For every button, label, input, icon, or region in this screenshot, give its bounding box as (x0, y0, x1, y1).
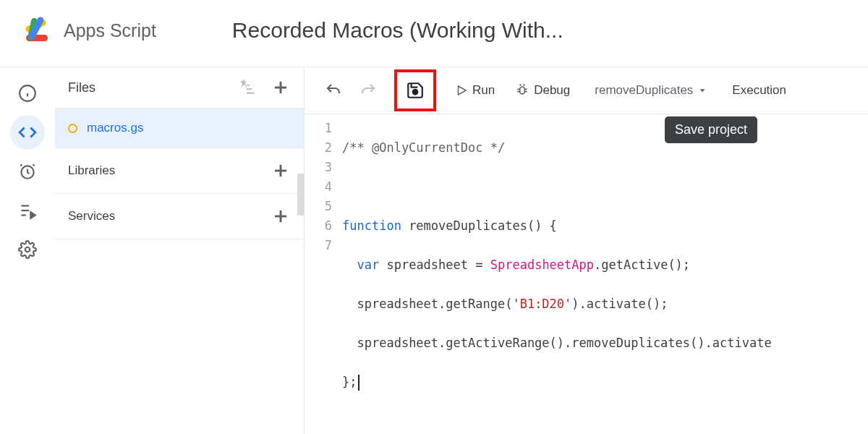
function-select-label: removeDuplicates (595, 83, 693, 98)
code-content[interactable]: /** @OnlyCurrentDoc */ function removeDu… (342, 119, 772, 431)
files-panel: Files A macros.gs Libraries Services (55, 67, 305, 434)
nav-overview[interactable] (10, 76, 45, 111)
nav-settings[interactable] (10, 232, 45, 267)
file-item-macros[interactable]: macros.gs (55, 109, 304, 148)
sort-icon[interactable]: A (239, 78, 258, 97)
function-select[interactable]: removeDuplicates (583, 83, 713, 98)
svg-line-27 (520, 85, 522, 86)
svg-point-12 (25, 247, 30, 252)
project-title[interactable]: Recorded Macros (Working With... (232, 18, 563, 43)
file-name: macros.gs (87, 121, 143, 135)
execution-log-button[interactable]: Execution (732, 83, 786, 98)
svg-rect-22 (520, 87, 525, 94)
save-tooltip: Save project (665, 116, 757, 143)
run-button[interactable]: Run (448, 83, 502, 98)
file-status-dot-icon (68, 124, 77, 133)
line-gutter: 1 2 3 4 5 6 7 (305, 119, 342, 431)
nav-executions[interactable] (10, 193, 45, 228)
libraries-section[interactable]: Libraries (55, 148, 304, 194)
svg-line-28 (524, 85, 525, 86)
svg-marker-21 (459, 86, 467, 95)
save-button[interactable] (401, 76, 430, 105)
files-panel-header: Files A (55, 67, 304, 109)
editor-toolbar: Run Debug removeDuplicates Execution (305, 67, 868, 114)
files-heading: Files (68, 80, 95, 95)
product-logo[interactable]: Apps Script (22, 14, 156, 46)
svg-marker-29 (700, 89, 705, 92)
svg-point-20 (413, 90, 418, 95)
services-section[interactable]: Services (55, 194, 304, 239)
redo-button[interactable] (354, 76, 383, 105)
text-cursor (358, 375, 359, 391)
add-file-icon[interactable] (271, 77, 291, 98)
debug-button[interactable]: Debug (508, 83, 577, 98)
run-label: Run (472, 83, 495, 98)
add-library-icon[interactable] (271, 161, 291, 181)
save-button-highlight (394, 69, 436, 111)
app-header: Apps Script Recorded Macros (Working Wit… (0, 0, 868, 67)
chevron-down-icon (697, 85, 707, 95)
undo-button[interactable] (319, 76, 348, 105)
left-nav-rail (0, 67, 55, 434)
nav-triggers[interactable] (10, 154, 45, 189)
product-name: Apps Script (64, 20, 156, 41)
apps-script-logo-icon (22, 14, 54, 46)
scrollbar[interactable] (297, 174, 305, 216)
editor-area: Run Debug removeDuplicates Execution Sav… (305, 67, 868, 434)
svg-marker-11 (30, 212, 35, 218)
svg-text:A: A (241, 80, 247, 90)
services-label: Services (68, 209, 115, 224)
nav-editor[interactable] (10, 115, 45, 150)
code-editor[interactable]: 1 2 3 4 5 6 7 /** @OnlyCurrentDoc */ fun… (305, 114, 868, 431)
libraries-label: Libraries (68, 163, 115, 178)
debug-label: Debug (534, 83, 570, 98)
add-service-icon[interactable] (271, 206, 291, 226)
